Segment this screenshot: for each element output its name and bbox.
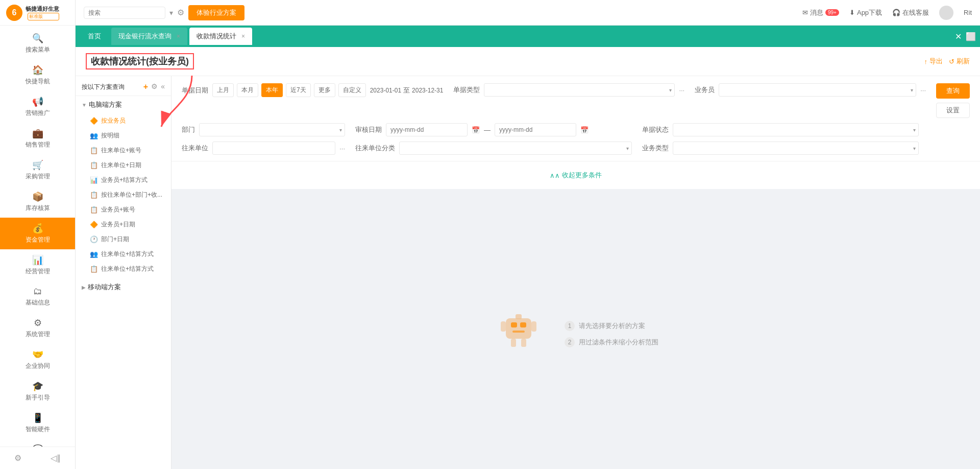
date-btn-more[interactable]: 更多 bbox=[314, 83, 335, 97]
filter-row-2: 部门 审核日期 📅 — 📅 bbox=[172, 118, 980, 136]
refresh-button[interactable]: ↺ 刷新 bbox=[949, 57, 970, 66]
sidebar-nav: 🔍 搜索菜单 🏠 快捷导航 📢 营销推广 💼 销售管理 🛒 采购管理 📦 bbox=[0, 26, 75, 447]
scheme-item-6[interactable]: 📋 业务员+账号 bbox=[76, 202, 171, 217]
online-service-button[interactable]: 🎧 在线客服 bbox=[892, 8, 929, 17]
scheme-item-2[interactable]: 📋 往来单位+账号 bbox=[76, 143, 171, 158]
counterpart-category-select[interactable] bbox=[399, 142, 632, 155]
export-button[interactable]: ↑ 导出 bbox=[924, 57, 943, 66]
message-icon: ✉ bbox=[802, 9, 808, 16]
settings-bottom-btn[interactable]: ⚙ bbox=[10, 451, 26, 465]
breadcrumb-search[interactable] bbox=[84, 7, 165, 19]
scheme-item-1[interactable]: 👥 按明细 bbox=[76, 128, 171, 143]
breadcrumb-dropdown-icon[interactable]: ▾ bbox=[169, 9, 173, 17]
window-close-btn[interactable]: ✕ bbox=[955, 32, 962, 41]
salesperson-select[interactable] bbox=[719, 83, 916, 97]
scheme-item-4[interactable]: 📊 业务员+结算方式 bbox=[76, 173, 171, 187]
scheme-header-actions: + ⚙ « bbox=[143, 82, 165, 91]
collapse-label: 收起更多条件 bbox=[562, 171, 602, 180]
counterpart-input[interactable] bbox=[212, 142, 335, 155]
biz-type-label: 业务类型 bbox=[642, 144, 669, 153]
collapse-sidebar-btn[interactable]: ◁∥ bbox=[46, 451, 65, 465]
audit-date-to[interactable] bbox=[495, 123, 576, 136]
doc-status-select[interactable] bbox=[673, 123, 919, 136]
tab-bank-flow[interactable]: 现金银行流水查询 × bbox=[111, 28, 187, 45]
system-icon: ⚙ bbox=[34, 317, 42, 329]
calendar-icon-from[interactable]: 📅 bbox=[472, 126, 480, 134]
dept-select-wrapper bbox=[199, 123, 345, 136]
doc-type-select[interactable] bbox=[484, 83, 675, 97]
dept-select[interactable] bbox=[199, 123, 345, 136]
date-btn-last-month[interactable]: 上月 bbox=[212, 83, 234, 97]
sidebar-item-sales[interactable]: 💼 销售管理 bbox=[0, 123, 75, 154]
sidebar-item-hardware-label: 智能硬件 bbox=[26, 425, 50, 434]
sidebar-item-quicknav-label: 快捷导航 bbox=[26, 77, 50, 86]
scheme-item-7[interactable]: 🔶 业务员+日期 bbox=[76, 217, 171, 232]
empty-tip-2: 2 用过滤条件来缩小分析范围 bbox=[565, 337, 658, 347]
scheme-mobile-group-header[interactable]: ▶ 移动端方案 bbox=[76, 278, 171, 296]
scheme-item-4-label: 业务员+结算方式 bbox=[101, 176, 148, 184]
tab-receipt-stats-label: 收款情况统计 bbox=[197, 32, 236, 41]
sidebar-item-basic[interactable]: 🗂 基础信息 bbox=[0, 281, 75, 312]
biz-type-select[interactable] bbox=[673, 142, 919, 155]
scheme-add-icon[interactable]: + bbox=[143, 82, 148, 91]
tab-home[interactable]: 首页 bbox=[80, 26, 109, 47]
scheme-item-10-icon: 📋 bbox=[90, 265, 98, 273]
app-download-button[interactable]: ⬇ App下载 bbox=[849, 8, 882, 17]
doc-type-more-icon[interactable]: ··· bbox=[679, 86, 684, 94]
scheme-item-9[interactable]: 👥 往来单位+结算方式 bbox=[76, 247, 171, 262]
date-btn-custom[interactable]: 自定义 bbox=[338, 83, 366, 97]
calendar-icon-to[interactable]: 📅 bbox=[580, 126, 589, 134]
scheme-item-0[interactable]: 🔶 按业务员 bbox=[76, 113, 171, 128]
user-avatar[interactable] bbox=[939, 6, 953, 20]
scheme-item-10[interactable]: 📋 往来单位+结算方式 bbox=[76, 262, 171, 276]
counterpart-more-icon[interactable]: ··· bbox=[339, 145, 345, 152]
scheme-collapse-icon[interactable]: « bbox=[161, 82, 165, 91]
dept-label: 部门 bbox=[182, 125, 195, 134]
purchase-icon: 🛒 bbox=[32, 159, 43, 171]
sidebar-item-guide[interactable]: 🎓 新手引导 bbox=[0, 376, 75, 407]
scheme-item-8[interactable]: 🕐 部门+日期 bbox=[76, 232, 171, 247]
scheme-panel: 按以下方案查询 + ⚙ « ▼ 电脑端方案 bbox=[76, 76, 172, 469]
messages-label: 消息 bbox=[810, 8, 823, 17]
sidebar-item-purchase[interactable]: 🛒 采购管理 bbox=[0, 154, 75, 186]
scheme-desktop-group-header[interactable]: ▼ 电脑端方案 bbox=[76, 96, 171, 113]
date-btn-7days[interactable]: 近7天 bbox=[286, 83, 311, 97]
sidebar-item-inventory[interactable]: 📦 库存核算 bbox=[0, 186, 75, 218]
tab-bank-flow-close[interactable]: × bbox=[177, 33, 180, 40]
sidebar-item-marketing[interactable]: 📢 营销推广 bbox=[0, 91, 75, 123]
scheme-item-3[interactable]: 📋 往来单位+日期 bbox=[76, 158, 171, 173]
messages-button[interactable]: ✉ 消息 99+ bbox=[802, 8, 839, 17]
svg-rect-0 bbox=[506, 318, 531, 339]
sidebar-item-wechat[interactable]: 💬 企业微信 bbox=[0, 439, 75, 447]
scheme-settings-icon[interactable]: ⚙ bbox=[151, 82, 158, 91]
scheme-item-7-label: 业务员+日期 bbox=[101, 220, 135, 229]
doc-status-label: 单据状态 bbox=[642, 125, 669, 134]
doc-status-select-wrapper bbox=[673, 123, 919, 136]
header-settings-icon[interactable]: ⚙ bbox=[177, 8, 184, 17]
sidebar-item-quicknav[interactable]: 🏠 快捷导航 bbox=[0, 59, 75, 91]
scheme-item-5[interactable]: 📋 按往来单位+部门+收... bbox=[76, 187, 171, 202]
sidebar-item-operation[interactable]: 📊 经营管理 bbox=[0, 249, 75, 281]
tab-receipt-stats[interactable]: 收款情况统计 × bbox=[189, 28, 252, 45]
sidebar-item-search[interactable]: 🔍 搜索菜单 bbox=[0, 28, 75, 59]
sidebar-item-system[interactable]: ⚙ 系统管理 bbox=[0, 312, 75, 344]
date-range-separator: 至 bbox=[403, 86, 410, 95]
set-button[interactable]: 设置 bbox=[936, 103, 970, 118]
scheme-group-expand-icon: ▼ bbox=[82, 102, 87, 108]
query-button[interactable]: 查询 bbox=[936, 83, 970, 99]
sidebar-item-finance[interactable]: 💰 资金管理 bbox=[0, 218, 75, 249]
sidebar-item-hardware[interactable]: 📱 智能硬件 bbox=[0, 407, 75, 439]
audit-date-from[interactable] bbox=[386, 123, 468, 136]
salesperson-more-icon[interactable]: ··· bbox=[920, 86, 926, 94]
scheme-desktop-group-label: 电脑端方案 bbox=[89, 100, 122, 109]
date-btn-this-year[interactable]: 本年 bbox=[261, 83, 283, 97]
tab-receipt-stats-close[interactable]: × bbox=[241, 33, 245, 40]
sidebar-item-enterprise[interactable]: 🤝 企业协同 bbox=[0, 344, 75, 376]
collapse-button[interactable]: ∧∧ 收起更多条件 bbox=[172, 167, 980, 184]
audit-date-label: 审核日期 bbox=[355, 125, 382, 134]
sidebar-item-guide-label: 新手引导 bbox=[26, 393, 50, 402]
date-btn-this-month[interactable]: 本月 bbox=[237, 83, 258, 97]
scheme-desktop-group: ▼ 电脑端方案 🔶 按业务员 👥 按明细 📋 bbox=[76, 96, 171, 276]
window-expand-btn[interactable]: ⬜ bbox=[966, 32, 976, 41]
trial-button[interactable]: 体验行业方案 bbox=[188, 5, 244, 20]
